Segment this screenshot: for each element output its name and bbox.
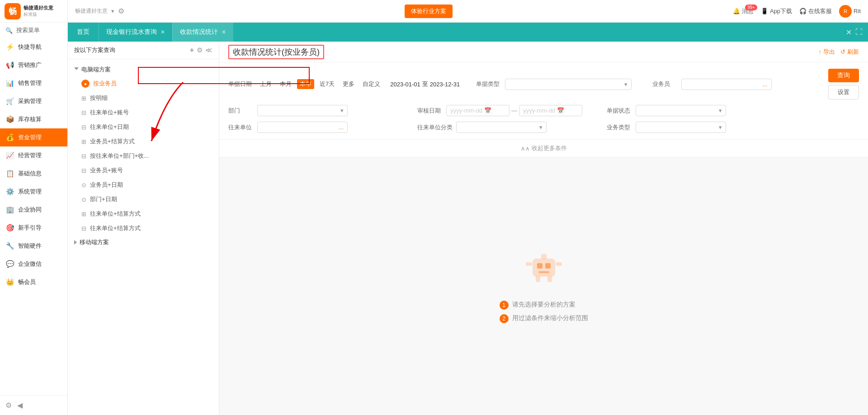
svg-rect-8 [547, 276, 552, 282]
bell-icon: 🔔 [733, 8, 740, 14]
expand-icon [74, 67, 79, 72]
tab-receipt[interactable]: 收款情况统计 ✕ [172, 23, 233, 42]
partner-cat-select[interactable]: ▾ [456, 122, 547, 133]
sidebar-item-inventory[interactable]: 📦 库存核算 [0, 110, 67, 128]
salesperson-label: 业务员 [652, 80, 678, 88]
scheme-item-by-detail[interactable]: ⊞ 按明细 [68, 91, 219, 105]
sidebar-settings-icon[interactable]: ⚙ [5, 401, 12, 410]
refresh-btn[interactable]: ↺ 刷新 [840, 48, 859, 56]
tab-bank-close[interactable]: ✕ [160, 29, 165, 35]
partner-input[interactable]: ... [257, 122, 348, 133]
left-panel-collapse-icon[interactable]: ≪ [205, 46, 212, 54]
doc-type-select[interactable]: ▾ [505, 79, 632, 90]
scheme-item-partner-date[interactable]: ⊟ 往来单位+日期 [68, 120, 219, 134]
review-date-to-input[interactable]: yyyy-mm-dd 📅 [519, 105, 582, 116]
dept-label: 部门 [228, 107, 254, 115]
svg-rect-7 [536, 276, 540, 282]
sidebar-item-finance[interactable]: 💰 资金管理 [0, 128, 67, 146]
sidebar-item-member[interactable]: 👑 畅会员 [0, 273, 67, 291]
tab-maximize-icon[interactable]: ⛶ [855, 28, 863, 36]
page-title: 收款情况统计(按业务员) [228, 45, 324, 59]
app-download-btn[interactable]: 📱 App下载 [761, 7, 792, 15]
sidebar-item-basic[interactable]: 📋 基础信息 [0, 165, 67, 183]
date-label: 单据日期 [228, 80, 254, 88]
tab-receipt-close[interactable]: ✕ [222, 29, 226, 35]
date-tab-thismonth[interactable]: 本月 [277, 79, 294, 89]
cal-icon-from[interactable]: 📅 [484, 107, 491, 114]
scheme-item-partner-settle3[interactable]: ⊟ 往来单位+结算方式 [68, 221, 219, 236]
sidebar-item-enterprise[interactable]: 🏢 企业协同 [0, 201, 67, 219]
scheme-settings-icon[interactable]: ⚙ [197, 46, 203, 54]
filter-area: 单据日期 上月 本月 本年 近7天 更多 自定义 2023-01-01 至 [219, 62, 868, 140]
sidebar-item-hardware[interactable]: 🔧 智能硬件 [0, 237, 67, 255]
sidebar-item-wechat[interactable]: 💬 企业微信 [0, 255, 67, 273]
sidebar-bottom: ⚙ ◀ [0, 395, 67, 415]
trial-btn[interactable]: 体验行业方案 [405, 5, 453, 18]
svg-rect-4 [541, 254, 547, 259]
header-center: 体验行业方案 [405, 5, 453, 18]
doc-status-label: 单据状态 [607, 107, 632, 115]
date-tab-more[interactable]: 更多 [340, 79, 357, 89]
sidebar-item-purchase[interactable]: 🛒 采购管理 [0, 92, 67, 110]
header-right: 🔔 消息 99+ 📱 App下载 🎧 在线客服 R Rit [733, 5, 861, 18]
sidebar-item-guide[interactable]: 🎯 新手引导 [0, 219, 67, 237]
review-date-range: yyyy-mm-dd 📅 — yyyy-mm-dd 📅 [446, 105, 582, 116]
sidebar-item-marketing[interactable]: 📢 营销推广 [0, 56, 67, 74]
marketing-icon: 📢 [5, 61, 14, 70]
doc-status-select[interactable]: ▾ [636, 105, 726, 116]
tab-close-all-icon[interactable]: ✕ [846, 28, 852, 37]
scheme-icon-ps3: ⊟ [81, 225, 86, 232]
header-left: 畅捷通好生意 ▾ ⚙ [75, 7, 124, 15]
dept-select[interactable]: ▾ [257, 105, 348, 116]
date-tab-custom[interactable]: 自定义 [360, 79, 383, 89]
cal-icon-to[interactable]: 📅 [557, 107, 564, 114]
refresh-icon: ↺ [840, 48, 845, 55]
scheme-group-mobile-header[interactable]: 移动端方案 [68, 236, 219, 249]
tab-home[interactable]: 首页 [68, 23, 99, 42]
tab-bank[interactable]: 现金银行流水查询 ✕ [99, 23, 172, 42]
scheme-item-dept-date[interactable]: ⊙ 部门+日期 [68, 192, 219, 207]
scheme-item-salesperson-settle[interactable]: ⊞ 业务员+结算方式 [68, 134, 219, 149]
scheme-item-partner-settle2[interactable]: ⊞ 往来单位+结算方式 [68, 207, 219, 221]
page-content: 按以下方案查询 + ⚙ ≪ 电脑端方案 ● [68, 42, 868, 415]
date-tab-lastmonth[interactable]: 上月 [257, 79, 274, 89]
scheme-item-partner-dept[interactable]: ⊟ 按往来单位+部门+收... [68, 149, 219, 163]
date-separator: 至 [422, 80, 428, 88]
collapse-btn[interactable]: ∧∧ 收起更多条件 [521, 144, 567, 152]
sidebar-item-sales[interactable]: 📊 销售管理 [0, 74, 67, 92]
scheme-item-by-salesperson[interactable]: ● 按业务员 [68, 76, 219, 91]
add-scheme-icon[interactable]: + [190, 46, 194, 54]
scheme-group-desktop-header[interactable]: 电脑端方案 [68, 63, 219, 76]
date-tab-thisyear[interactable]: 本年 [297, 79, 314, 89]
business-type-select[interactable]: ▾ [636, 122, 726, 133]
logo-text: 畅捷通好生意 标准版 [24, 5, 53, 18]
date-tab-7days[interactable]: 近7天 [317, 79, 337, 89]
operations-icon: 📈 [5, 151, 14, 160]
sidebar-search[interactable]: 🔍 搜索菜单 [0, 23, 67, 38]
query-button[interactable]: 查询 [828, 69, 859, 82]
empty-tip-1: 1 请先选择要分析的方案 [500, 301, 588, 310]
settings-button[interactable]: 设置 [828, 85, 859, 99]
online-service-btn[interactable]: 🎧 在线客服 [799, 7, 832, 15]
partner-more-icon[interactable]: ... [339, 124, 344, 131]
user-menu[interactable]: R Rit [839, 5, 861, 18]
scheme-item-salesperson-date[interactable]: ⊙ 业务员+日期 [68, 178, 219, 192]
review-date-from-input[interactable]: yyyy-mm-dd 📅 [446, 105, 509, 116]
sidebar-item-system[interactable]: ⚙️ 系统管理 [0, 183, 67, 201]
tip-text-1: 请先选择要分析的方案 [512, 301, 576, 309]
partner-cat-dropdown-icon: ▾ [539, 124, 542, 131]
salesperson-more-icon[interactable]: ... [763, 81, 768, 88]
date-tabs: 上月 本月 本年 近7天 更多 自定义 [257, 79, 383, 89]
scheme-item-salesperson-account[interactable]: ⊟ 业务员+账号 [68, 163, 219, 178]
salesperson-input[interactable]: ... [681, 79, 772, 90]
left-panel-header: 按以下方案查询 + ⚙ ≪ [68, 42, 219, 59]
header-dropdown-icon[interactable]: ▾ [111, 8, 114, 14]
scheme-group-desktop: 电脑端方案 ● 按业务员 ⊞ 按明细 ⊟ 往来单位+账号 [68, 63, 219, 236]
scheme-item-partner-account[interactable]: ⊟ 往来单位+账号 [68, 105, 219, 120]
sidebar-item-quicknav[interactable]: ⚡ 快捷导航 [0, 38, 67, 56]
header-settings-icon[interactable]: ⚙ [118, 7, 124, 15]
sidebar-collapse-icon[interactable]: ◀ [17, 401, 23, 410]
export-btn[interactable]: ↑ 导出 [819, 48, 835, 56]
message-btn[interactable]: 🔔 消息 99+ [733, 7, 754, 15]
sidebar-item-operations[interactable]: 📈 经营管理 [0, 146, 67, 165]
